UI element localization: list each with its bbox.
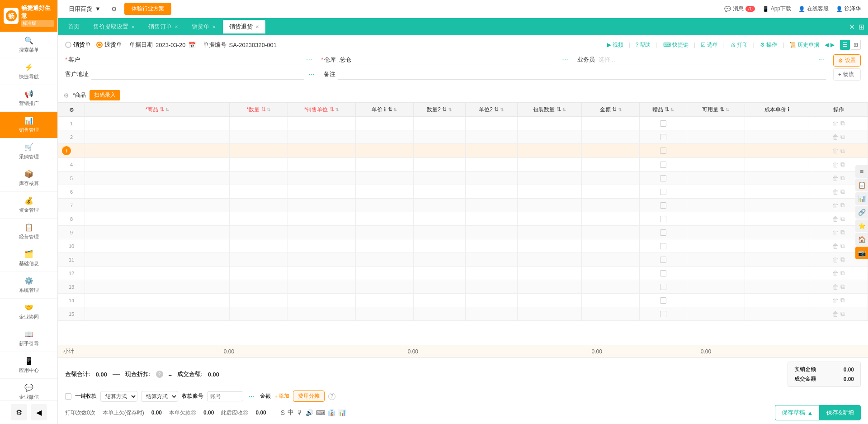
logistics-btn[interactable]: + 物流 — [833, 68, 861, 81]
row-available[interactable] — [687, 144, 745, 158]
row-sales-unit[interactable] — [288, 294, 355, 307]
row-sales-unit[interactable] — [288, 212, 355, 226]
row-unit2[interactable] — [465, 117, 517, 130]
gift-checkbox[interactable] — [660, 120, 666, 127]
row-cost-price[interactable] — [745, 185, 810, 199]
row-quantity2[interactable] — [413, 212, 465, 226]
sidebar-item-newbie[interactable]: 📖 新手引导 — [0, 325, 57, 352]
copy-icon[interactable]: ⧉ — [840, 188, 845, 195]
right-float-btn-5[interactable]: ⭐ — [855, 219, 868, 232]
history-prev-btn[interactable]: ◀ — [825, 42, 829, 48]
fee-btn[interactable]: 费用分摊 — [293, 391, 325, 402]
row-sales-unit[interactable] — [288, 130, 355, 144]
row-amount[interactable] — [582, 280, 640, 294]
col-settings-btn[interactable]: ⚙ — [69, 107, 74, 113]
gift-checkbox[interactable] — [660, 202, 666, 209]
row-quantity2[interactable] — [413, 226, 465, 239]
settings-btn[interactable]: ⚙ 设置 — [833, 54, 861, 67]
row-available[interactable] — [687, 199, 745, 212]
row-product[interactable] — [85, 239, 230, 253]
address-dots-btn[interactable]: ··· — [307, 70, 316, 78]
sidebar-item-marketing[interactable]: 📢 营销推广 — [0, 85, 57, 112]
row-amount[interactable] — [582, 212, 640, 226]
tab-sales-order-close[interactable]: ✕ — [175, 24, 178, 29]
address-input[interactable] — [91, 69, 304, 80]
row-product[interactable] — [85, 294, 230, 307]
gift-checkbox[interactable] — [660, 243, 666, 249]
user-item[interactable]: 👤 徐泽华 — [836, 5, 861, 13]
row-amount[interactable] — [582, 239, 640, 253]
history-next-btn[interactable]: ▶ — [830, 42, 835, 48]
copy-icon[interactable]: ⧉ — [840, 161, 845, 168]
delete-icon[interactable]: 🗑 — [832, 175, 839, 182]
save-draft-btn[interactable]: 保存草稿 ▲ — [775, 405, 820, 420]
row-package-qty[interactable] — [517, 267, 582, 280]
right-float-btn-6[interactable]: 🏠 — [855, 233, 868, 246]
row-available[interactable] — [687, 253, 745, 267]
row-amount[interactable] — [582, 158, 640, 172]
daily-select[interactable]: 日用百货 ▼ — [65, 3, 104, 15]
view-grid-btn[interactable]: ⊞ — [851, 40, 861, 50]
th-quantity2[interactable]: 数量2 ⇅ — [413, 103, 465, 117]
gift-checkbox[interactable] — [660, 189, 666, 195]
row-available[interactable] — [687, 226, 745, 239]
warehouse-dots-btn[interactable]: ··· — [560, 56, 570, 64]
delete-icon[interactable]: 🗑 — [832, 310, 839, 318]
th-settings[interactable]: ⚙ — [58, 103, 85, 117]
copy-icon[interactable]: ⧉ — [840, 242, 845, 250]
row-package-qty[interactable] — [517, 117, 582, 130]
th-unit2[interactable]: 单位2 ⇅ — [465, 103, 517, 117]
calc-select[interactable]: 结算方式 — [141, 391, 178, 402]
tab-sales-return-close[interactable]: ✕ — [255, 24, 259, 29]
gift-checkbox[interactable] — [660, 175, 666, 181]
row-unit2[interactable] — [465, 307, 517, 321]
row-quantity[interactable] — [230, 117, 288, 130]
copy-icon[interactable]: ⧉ — [840, 174, 845, 182]
row-cost-price[interactable] — [745, 158, 810, 172]
row-cost-price[interactable] — [745, 172, 810, 185]
row-cost-price[interactable] — [745, 280, 810, 294]
row-quantity[interactable] — [230, 280, 288, 294]
row-quantity2[interactable] — [413, 117, 465, 130]
row-available[interactable] — [687, 280, 745, 294]
row-product[interactable] — [85, 117, 230, 130]
row-sales-unit[interactable] — [288, 253, 355, 267]
row-unit2[interactable] — [465, 199, 517, 212]
settings-bottom-btn[interactable]: ⚙ — [11, 404, 27, 420]
row-unit-price[interactable] — [355, 117, 413, 130]
copy-icon[interactable]: ⧉ — [840, 283, 845, 291]
delete-icon[interactable]: 🗑 — [832, 120, 839, 127]
row-quantity[interactable] — [230, 253, 288, 267]
row-product[interactable] — [85, 130, 230, 144]
sys-icon-7[interactable]: 📊 — [338, 409, 346, 416]
add-row-btn[interactable]: + — [62, 146, 71, 155]
sidebar-item-finance[interactable]: 💰 资金管理 — [0, 192, 57, 219]
sidebar-item-sales[interactable]: 📊 销售管理 — [0, 112, 57, 138]
sidebar-item-quick-nav[interactable]: ⚡ 快捷导航 — [0, 58, 57, 85]
delete-icon[interactable]: 🗑 — [832, 133, 839, 141]
row-quantity[interactable] — [230, 144, 288, 158]
row-unit2[interactable] — [465, 294, 517, 307]
tab-close-all-btn[interactable]: ✕ — [849, 23, 855, 31]
account-input[interactable] — [207, 391, 243, 401]
row-quantity2[interactable] — [413, 294, 465, 307]
delete-icon[interactable]: 🗑 — [832, 256, 839, 263]
row-product[interactable] — [85, 267, 230, 280]
row-quantity[interactable] — [230, 185, 288, 199]
row-cost-price[interactable] — [745, 267, 810, 280]
right-float-btn-2[interactable]: 📋 — [855, 179, 868, 191]
discount-info-icon[interactable]: ? — [156, 371, 163, 378]
row-unit2[interactable] — [465, 226, 517, 239]
row-quantity2[interactable] — [413, 267, 465, 280]
row-available[interactable] — [687, 117, 745, 130]
tab-price-setting-close[interactable]: ✕ — [131, 24, 135, 29]
row-quantity[interactable] — [230, 199, 288, 212]
gift-checkbox[interactable] — [660, 257, 666, 263]
sys-icon-5[interactable]: ⌨ — [316, 409, 325, 416]
gift-checkbox[interactable] — [660, 270, 666, 276]
row-package-qty[interactable] — [517, 307, 582, 321]
copy-icon[interactable]: ⧉ — [840, 133, 845, 141]
row-package-qty[interactable] — [517, 130, 582, 144]
right-float-btn-1[interactable]: ≡ — [855, 165, 868, 178]
add-btn[interactable]: + 添加 — [274, 392, 289, 400]
